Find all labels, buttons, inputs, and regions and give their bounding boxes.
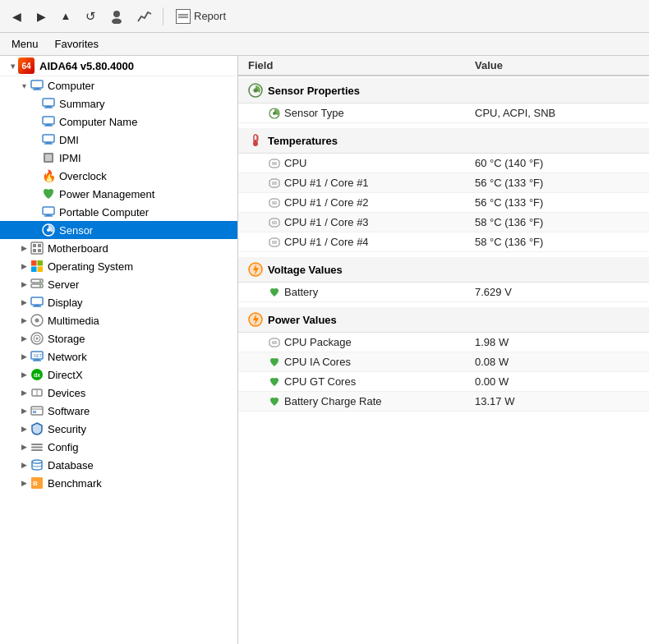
sidebar-item-power-management[interactable]: Power Management [0, 185, 237, 203]
sidebar-item-server[interactable]: ▶ Server [0, 275, 237, 293]
table-row: CPU #1 / Core #2 56 °C (133 °F) [238, 193, 649, 213]
chart-button[interactable] [131, 5, 158, 28]
value-cpu-package: 1.98 W [475, 336, 639, 348]
computer-name-icon [41, 114, 56, 129]
dmi-icon [41, 132, 56, 147]
table-row: CPU #1 / Core #4 58 °C (136 °F) [238, 232, 649, 252]
sidebar-item-software[interactable]: ▶ Software [0, 402, 237, 420]
field-sensor-type: Sensor Type [268, 107, 475, 120]
svg-rect-28 [31, 267, 37, 273]
multimedia-label: Multimedia [48, 315, 99, 327]
sidebar-item-operating-system[interactable]: ▶ Operating System [0, 257, 237, 275]
cpu-core3-icon [268, 216, 281, 229]
svg-rect-27 [38, 260, 44, 266]
software-label: Software [48, 405, 90, 417]
sensor-properties-title: Sensor Properties [268, 85, 360, 97]
power-icon [248, 312, 263, 327]
svg-rect-29 [38, 267, 44, 273]
computer-icon [30, 78, 44, 93]
menu-item-favorites[interactable]: Favorites [47, 35, 107, 53]
power-title: Power Values [268, 314, 337, 326]
computer-label: Computer [48, 80, 94, 92]
table-row: CPU #1 / Core #3 58 °C (136 °F) [238, 213, 649, 232]
cpu-gt-cores-icon [268, 375, 281, 389]
sidebar-item-benchmark[interactable]: ▶ B Benchmark [0, 474, 237, 492]
sidebar-item-config[interactable]: ▶ Config [0, 438, 237, 456]
sidebar-item-display[interactable]: ▶ Display [0, 293, 237, 311]
value-cpu-core1: 56 °C (133 °F) [475, 177, 639, 189]
config-label: Config [48, 441, 79, 453]
table-row: CPU Package 1.98 W [238, 333, 649, 352]
svg-rect-26 [31, 260, 37, 266]
power-mgmt-icon [41, 186, 56, 201]
dmi-label: DMI [59, 134, 79, 146]
content-header: Field Value [238, 56, 649, 76]
sidebar-item-overclock[interactable]: 🔥 Overclock [0, 167, 237, 185]
sidebar-item-network[interactable]: ▶ NET Network [0, 347, 237, 366]
sidebar-item-database[interactable]: ▶ Database [0, 456, 237, 474]
sidebar-item-portable-computer[interactable]: Portable Computer [0, 203, 237, 221]
table-row: Battery Charge Rate 13.17 W [238, 392, 649, 412]
refresh-button[interactable]: ↺ [79, 5, 102, 28]
sidebar-item-dmi[interactable]: DMI [0, 131, 237, 149]
table-row: Sensor Type CPU, ACPI, SNB [238, 104, 649, 123]
svg-point-62 [273, 112, 276, 115]
config-icon [30, 439, 44, 454]
cpu-package-icon [268, 336, 281, 349]
overclock-label: Overclock [59, 170, 107, 182]
sidebar-item-summary[interactable]: Summary [0, 94, 237, 113]
up-button[interactable]: ▲ [54, 5, 77, 28]
sidebar-item-motherboard[interactable]: ▶ Motherboard [0, 239, 237, 257]
sidebar-item-ipmi[interactable]: IPMI [0, 149, 237, 167]
table-row: Battery 7.629 V [238, 283, 649, 302]
benchmark-icon: B [30, 476, 44, 490]
field-cpu-gt-cores: CPU GT Cores [268, 375, 475, 389]
ipmi-icon [41, 150, 56, 165]
sidebar-item-storage[interactable]: ▶ Storage [0, 329, 237, 347]
report-icon [176, 9, 191, 24]
svg-rect-54 [31, 447, 43, 448]
table-row: CPU #1 / Core #1 56 °C (133 °F) [238, 173, 649, 193]
sidebar-item-devices[interactable]: ▶ Devices [0, 384, 237, 402]
temperatures-title: Temperatures [268, 135, 338, 147]
value-cpu-gt-cores: 0.00 W [475, 375, 639, 388]
sidebar-item-computer[interactable]: ▾ Computer [0, 76, 237, 94]
svg-rect-70 [272, 182, 277, 185]
sensor-label: Sensor [59, 224, 93, 237]
app-header[interactable]: ▾ 64 AIDA64 v5.80.4000 [0, 56, 237, 76]
sidebar-item-directx[interactable]: ▶ dx DirectX [0, 366, 237, 384]
ipmi-label: IPMI [59, 152, 81, 164]
svg-point-38 [35, 319, 39, 323]
svg-rect-71 [272, 201, 277, 205]
content-area: Field Value Sensor Properties [238, 56, 649, 644]
main-layout: ▾ 64 AIDA64 v5.80.4000 ▾ Computer [0, 56, 649, 644]
svg-rect-23 [38, 244, 41, 247]
value-cpu-core4: 58 °C (136 °F) [475, 236, 639, 248]
sidebar-item-security[interactable]: ▶ Security [0, 420, 237, 438]
value-battery-voltage: 7.629 V [475, 286, 639, 298]
battery-voltage-icon [268, 286, 281, 299]
chart-icon [137, 10, 152, 23]
field-cpu-core1: CPU #1 / Core #1 [268, 177, 475, 190]
svg-rect-8 [43, 117, 54, 124]
field-cpu-package: CPU Package [268, 336, 475, 349]
menu-item-menu[interactable]: Menu [3, 35, 47, 53]
summary-label: Summary [59, 98, 105, 110]
sidebar-item-sensor[interactable]: Sensor [0, 221, 237, 239]
profile-button[interactable] [104, 5, 130, 28]
svg-text:dx: dx [34, 372, 40, 378]
value-sensor-type: CPU, ACPI, SNB [475, 107, 639, 119]
sidebar-item-multimedia[interactable]: ▶ Multimedia [0, 311, 237, 329]
sidebar-item-computer-name[interactable]: Computer Name [0, 113, 237, 131]
back-button[interactable]: ◀ [5, 5, 28, 28]
svg-point-0 [113, 11, 120, 17]
report-button[interactable]: Report [168, 5, 233, 28]
field-cpu-core2: CPU #1 / Core #2 [268, 196, 475, 209]
svg-rect-22 [33, 244, 36, 247]
directx-label: DirectX [48, 369, 83, 381]
svg-point-65 [253, 141, 258, 146]
svg-rect-5 [43, 99, 54, 106]
forward-button[interactable]: ▶ [30, 5, 53, 28]
toolbar-divider [163, 7, 163, 25]
cpu-core2-icon [268, 196, 281, 209]
